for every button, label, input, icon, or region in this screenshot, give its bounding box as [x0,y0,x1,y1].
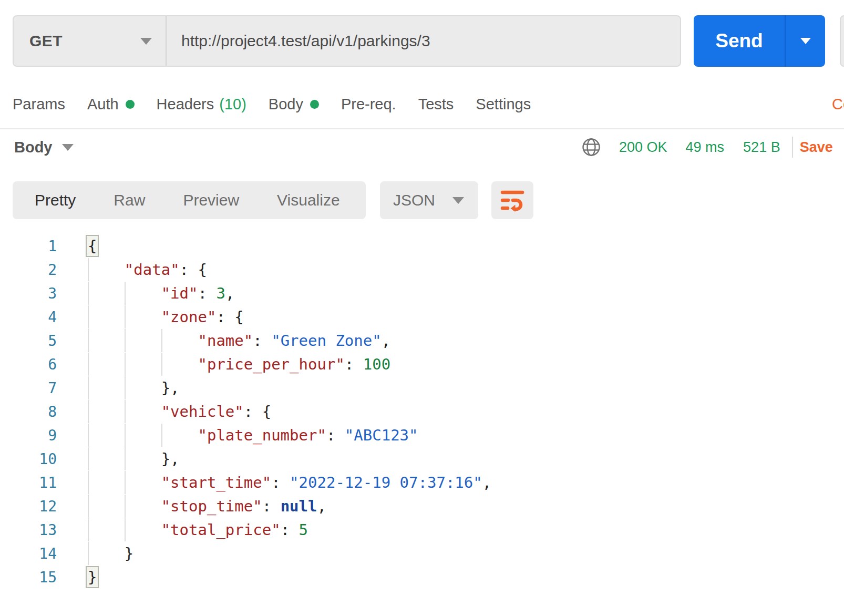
token-p: : [281,521,299,539]
token-k: "total_price" [161,521,281,539]
code-line-content: "zone": { [88,305,244,329]
request-tab-label: Headers [157,96,214,113]
token-n: 3 [216,284,225,302]
view-tab-preview[interactable]: Preview [183,191,239,209]
indent-guide [88,471,125,494]
token-k: "name" [198,332,253,350]
code-line: 12"stop_time": null, [0,495,491,518]
line-number: 7 [0,376,57,400]
indent-guide [88,376,125,399]
code-line: 4"zone": { [0,305,491,329]
request-tab-body[interactable]: Body [269,96,319,113]
send-options-button[interactable] [786,15,825,67]
token-p: : [262,497,281,515]
token-p: : { [180,261,207,279]
token-p: , [382,332,390,350]
indent-guide [125,329,161,352]
code-line-content: "id": 3, [88,282,234,305]
save-response-button[interactable]: Save [800,139,833,156]
code-line: 14} [0,542,491,566]
response-size: 521 B [743,139,780,156]
section-divider [0,128,844,129]
code-line-content: { [88,234,99,258]
code-line-content: "stop_time": null, [88,495,326,518]
indent-guide [88,329,125,352]
response-view-tabs: PrettyRawPreviewVisualize [13,181,366,219]
request-tab-label: Settings [476,96,531,113]
send-button[interactable]: Send [694,15,785,67]
response-body-code: 1{2"data": {3"id": 3,4"zone": {5"name": … [0,234,491,589]
code-line-content: } [88,542,133,566]
wrap-text-button[interactable] [491,181,533,219]
cookies-link[interactable]: Cookies [832,89,844,119]
token-s: "ABC123" [345,426,418,444]
view-tab-raw[interactable]: Raw [114,191,145,209]
indent-guide [125,447,161,470]
request-tab-prereq[interactable]: Pre-req. [341,96,396,113]
request-tab-headers[interactable]: Headers(10) [157,96,246,113]
request-tab-settings[interactable]: Settings [476,96,531,113]
indent-guide [88,400,125,423]
indent-guide [125,353,161,376]
code-line-content: "plate_number": "ABC123" [88,424,418,447]
token-p: : { [244,403,271,420]
matched-bracket: { [86,235,99,257]
chevron-down-icon [62,144,74,151]
indent-guide [88,495,125,518]
indent-guide [125,471,161,494]
meta-divider [792,137,793,158]
save-request-button[interactable] [840,15,844,67]
method-select[interactable]: GET [14,16,167,66]
token-s: "Green Zone" [271,332,382,350]
token-p: : [326,426,345,444]
response-body-dropdown[interactable]: Body [14,136,74,159]
request-tab-label: Tests [418,96,454,113]
response-meta: 200 OK 49 ms 521 B Save [582,136,833,159]
line-number: 10 [0,447,57,471]
code-line: 6"price_per_hour": 100 [0,353,491,376]
request-tab-label: Auth [87,96,119,113]
code-line: 8"vehicle": { [0,400,491,424]
response-pane-label: Body [14,139,53,156]
line-number: 12 [0,495,57,518]
line-number: 14 [0,542,57,566]
token-p: , [225,284,234,302]
view-tab-visualize[interactable]: Visualize [277,191,340,209]
code-line: 2"data": { [0,258,491,282]
indent-guide [161,424,198,447]
request-tab-params[interactable]: Params [13,96,65,113]
url-value: http://project4.test/api/v1/parkings/3 [181,32,430,50]
token-k: "vehicle" [161,403,244,420]
green-dot-icon [126,100,135,109]
send-label: Send [715,30,763,52]
line-number: 3 [0,282,57,305]
method-label: GET [29,32,63,50]
line-number: 15 [0,566,57,589]
code-line: 10}, [0,447,491,471]
code-line-content: "vehicle": { [88,400,271,424]
green-dot-icon [310,100,319,109]
indent-guide [88,258,125,281]
line-number: 2 [0,258,57,282]
chevron-down-icon [140,38,152,45]
code-line-content: "name": "Green Zone", [88,329,390,353]
code-line: 11"start_time": "2022-12-19 07:37:16", [0,471,491,495]
format-select[interactable]: JSON [380,181,478,219]
token-p: : [271,474,290,491]
request-tab-auth[interactable]: Auth [87,96,135,113]
view-tab-pretty[interactable]: Pretty [35,191,76,209]
matched-bracket: } [86,566,99,588]
token-p: , [482,474,491,491]
code-line: 3"id": 3, [0,282,491,305]
indent-guide [125,376,161,399]
url-input[interactable]: http://project4.test/api/v1/parkings/3 [167,16,680,66]
request-tab-tests[interactable]: Tests [418,96,454,113]
token-n: 100 [363,355,390,373]
code-line-content: }, [88,376,180,400]
indent-guide [88,518,125,541]
token-n: 5 [299,521,308,539]
token-u: null [281,497,317,515]
request-tab-label: Pre-req. [341,96,396,113]
indent-guide [88,447,125,470]
line-number: 9 [0,424,57,447]
